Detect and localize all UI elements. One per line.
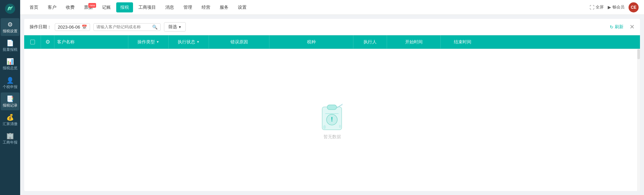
empty-state: ! 暂无数据 (24, 49, 640, 191)
page-content: 操作日期： 2023-06-06 📅 🔍 筛选 ▼ ↻ 刷新 (20, 15, 644, 195)
refresh-icon: ↻ (610, 25, 613, 30)
sort-icon-exec-status: ▼ (197, 40, 200, 44)
sidebar-item-label: 个税申报 (3, 85, 17, 89)
sidebar-logo (4, 3, 16, 15)
nav-item-home[interactable]: 首页 (26, 2, 42, 12)
table-header: ⚙ 客户名称 操作类型 ▼ 执行状态 ▼ 错误原因 税种 (24, 35, 640, 49)
empty-illustration: ! (317, 100, 347, 134)
sidebar-item-label: 报税记录 (3, 103, 17, 108)
nav-item-jingying[interactable]: 经营 (198, 2, 214, 12)
nav-items: 首页 客户 收费 票据 new 记账 报税 工商项目 消息 (26, 2, 590, 12)
sidebar-item-baoshui-jilu[interactable]: 📑 报税记录 (1, 92, 19, 110)
filter-label: 筛选 (168, 24, 177, 30)
th-error-reason: 错误原因 (209, 35, 269, 48)
avatar[interactable]: CE (629, 2, 639, 12)
th-end-time: 结束时间 (441, 35, 484, 48)
th-checkbox[interactable] (24, 35, 41, 48)
th-customer-name: 客户名称 (54, 35, 128, 48)
date-picker[interactable]: 2023-06-06 📅 (55, 23, 90, 31)
svg-rect-3 (327, 105, 337, 110)
th-exec-status[interactable]: 执行状态 ▼ (169, 35, 209, 48)
sidebar-item-label: 工商年报 (3, 140, 17, 145)
sidebar-item-baoshui-shezhi[interactable]: ⚙ 报税设置 (1, 18, 19, 36)
date-value: 2023-06-06 (58, 25, 80, 30)
nav-item-fuwu[interactable]: 服务 (216, 2, 232, 12)
svg-point-9 (323, 125, 326, 129)
sidebar-item-geshui-shenbao[interactable]: 👤 个税申报 (1, 74, 19, 92)
scrollbar-thumb[interactable] (637, 49, 640, 59)
empty-text: 暂无数据 (324, 134, 341, 140)
sidebar-item-label: 报税总览 (3, 66, 17, 70)
baoshui-zongjian-icon: 📊 (6, 58, 14, 65)
fullscreen-button[interactable]: ⛶ 全屏 (590, 4, 604, 10)
sidebar-item-label: 汇算清缴 (3, 122, 17, 126)
search-box: 🔍 (93, 23, 161, 31)
search-input[interactable] (96, 25, 152, 29)
toolbar: 操作日期： 2023-06-06 📅 🔍 筛选 ▼ ↻ 刷新 (24, 19, 640, 35)
new-badge: new (88, 3, 96, 8)
nav-item-guanli[interactable]: 管理 (179, 2, 196, 12)
nav-item-shezhi[interactable]: 设置 (234, 2, 251, 12)
th-operation-type[interactable]: 操作类型 ▼ (128, 35, 169, 48)
sidebar: ⚙ 报税设置 📄 批量报税 📊 报税总览 👤 个税申报 📑 报税记录 💰 汇算清… (0, 0, 20, 195)
th-tax-type: 税种 (269, 35, 353, 48)
select-all-checkbox[interactable] (30, 40, 35, 44)
main-content: 首页 客户 收费 票据 new 记账 报税 工商项目 消息 (20, 0, 644, 195)
th-start-time: 开始时间 (387, 35, 441, 48)
piliang-baoshui-icon: 📄 (6, 39, 14, 47)
date-label: 操作日期： (30, 24, 51, 30)
chevron-down-icon: ▼ (178, 25, 182, 29)
sidebar-item-label: 报税设置 (3, 29, 17, 33)
nav-item-piaoju[interactable]: 票据 new (80, 2, 97, 12)
refresh-label: 刷新 (615, 24, 624, 30)
scrollbar-track[interactable] (637, 49, 640, 191)
refresh-button[interactable]: ↻ 刷新 (610, 24, 624, 30)
th-settings[interactable]: ⚙ (41, 35, 54, 48)
nav-item-customer[interactable]: 客户 (44, 2, 60, 12)
geshui-shenbao-icon: 👤 (6, 77, 14, 84)
nav-item-xiaoxi[interactable]: 消息 (161, 2, 178, 12)
member-button[interactable]: ▶ 畅会员 (608, 4, 625, 10)
close-button[interactable]: ✕ (630, 23, 635, 31)
sidebar-item-piliang-baoshui[interactable]: 📄 批量报税 (1, 37, 19, 54)
huisuan-jiaona-icon: 💰 (6, 114, 14, 121)
svg-point-10 (339, 125, 341, 128)
nav-item-jizhang[interactable]: 记账 (98, 2, 115, 12)
nav-item-baoshui[interactable]: 报税 (116, 2, 133, 12)
baoshui-shezhi-icon: ⚙ (7, 21, 13, 28)
play-icon: ▶ (608, 5, 611, 10)
gongshang-nianbao-icon: 🏢 (6, 132, 14, 140)
nav-right: ⛶ 全屏 ▶ 畅会员 CE (590, 2, 639, 12)
sidebar-item-gongshang-nianbao[interactable]: 🏢 工商年报 (1, 129, 19, 147)
calendar-icon: 📅 (82, 25, 87, 30)
sidebar-item-huisuan-jiaona[interactable]: 💰 汇算清缴 (1, 111, 19, 129)
th-executor: 执行人 (353, 35, 387, 48)
search-icon[interactable]: 🔍 (152, 25, 158, 30)
svg-point-1 (9, 7, 11, 10)
nav-item-shoufei[interactable]: 收费 (62, 2, 79, 12)
settings-icon: ⚙ (45, 39, 50, 45)
sidebar-item-label: 批量报税 (3, 47, 17, 52)
sidebar-item-baoshui-zongjian[interactable]: 📊 报税总览 (1, 55, 19, 73)
svg-text:!: ! (331, 116, 333, 123)
top-navigation: 首页 客户 收费 票据 new 记账 报税 工商项目 消息 (20, 0, 644, 15)
sort-icon-operation-type: ▼ (156, 40, 160, 44)
fullscreen-icon: ⛶ (590, 5, 594, 10)
nav-item-gongshang[interactable]: 工商项目 (134, 2, 160, 12)
filter-button[interactable]: 筛选 ▼ (164, 22, 186, 32)
svg-marker-8 (341, 104, 343, 106)
baoshui-jilu-icon: 📑 (6, 95, 14, 103)
